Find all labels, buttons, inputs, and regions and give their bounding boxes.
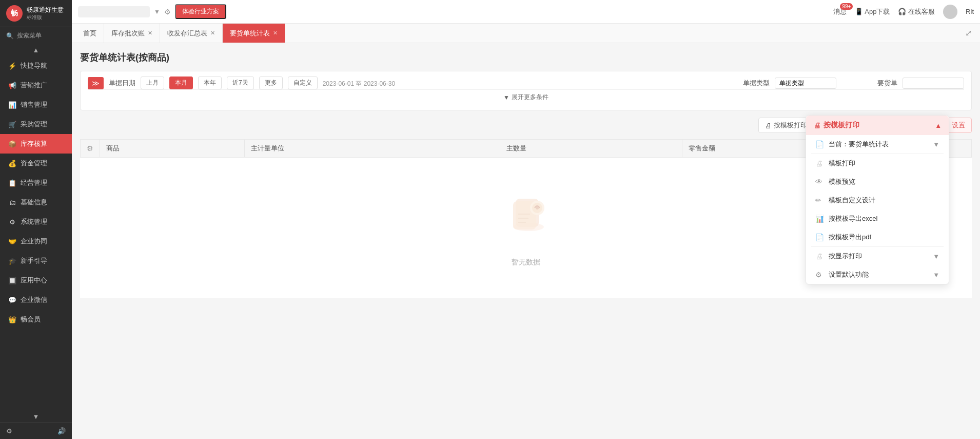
scroll-down-btn[interactable]: ▼ (0, 411, 72, 423)
template-design-icon: ✏ (815, 196, 824, 204)
display-print-expand-icon[interactable]: ▼ (933, 253, 939, 260)
dropdown-item-template-design[interactable]: ✏ 模板自定义设计 (806, 191, 949, 209)
tab-collection-summary[interactable]: 收发存汇总表 ✕ (160, 24, 223, 43)
sidebar-item-label: 快捷导航 (21, 61, 47, 70)
sidebar-item-weixin[interactable]: 💬 企业微信 (0, 290, 72, 310)
user-avatar[interactable] (943, 5, 957, 19)
dropdown-item-display-print-label: 按显示打印 (829, 252, 862, 261)
dropdown-item-template-preview-label: 模板预览 (829, 177, 855, 186)
demand-type-label: 要货单 (877, 79, 897, 88)
tab-resize-btn[interactable]: ⤢ (961, 26, 976, 40)
sidebar-item-system[interactable]: ⚙ 系统管理 (0, 212, 72, 232)
date-btn-more[interactable]: 更多 (259, 77, 283, 89)
sidebar-item-operations[interactable]: 📋 经营管理 (0, 173, 72, 193)
table-header-product: 商品 (100, 140, 245, 158)
print-icon: 🖨 (765, 122, 772, 129)
finance-icon: 💰 (8, 160, 16, 167)
date-btn-current-month[interactable]: 本月 (169, 77, 193, 89)
app-download-btn[interactable]: 📱 App下载 (855, 7, 890, 16)
topbar-gear-icon[interactable]: ⚙ (164, 8, 171, 16)
scroll-up-btn[interactable]: ▲ (0, 44, 72, 56)
sidebar-item-label: 库存核算 (21, 139, 47, 148)
dropdown-close-arrow[interactable]: ▲ (935, 122, 942, 129)
table-settings-header: ⚙ (81, 140, 100, 158)
sidebar-logo: 畅 畅康通好生意 标准版 (0, 0, 72, 27)
sidebar-item-member[interactable]: 👑 畅会员 (0, 310, 72, 329)
tab-demand-stats-label: 要货单统计表 (230, 29, 270, 38)
date-btn-last-7[interactable]: 近7天 (227, 77, 254, 89)
date-range-display: 2023-06-01 至 2023-06-30 (323, 80, 395, 88)
dropdown-item-display-print[interactable]: 🖨 按显示打印 ▼ (806, 247, 949, 265)
filter-expand-row[interactable]: ▼ 展开更多条件 (88, 89, 964, 105)
sidebar-item-label: 畅会员 (21, 315, 41, 324)
system-icon: ⚙ (8, 218, 16, 226)
sidebar-item-newbie[interactable]: 🎓 新手引导 (0, 251, 72, 271)
svg-point-5 (536, 206, 539, 209)
dropdown-item-template-preview[interactable]: 👁 模板预览 (806, 173, 949, 191)
template-preview-icon: 👁 (815, 178, 824, 186)
dropdown-item-export-excel[interactable]: 📊 按模板导出excel (806, 209, 949, 228)
logo-icon: 畅 (6, 5, 23, 22)
tab-collection-summary-label: 收发存汇总表 (167, 29, 207, 38)
current-expand-icon[interactable]: ▼ (933, 141, 939, 148)
online-service-btn[interactable]: 🎧 在线客服 (898, 7, 935, 16)
print-label: 按模板打印 (774, 121, 807, 130)
export-pdf-icon: 📄 (815, 233, 824, 241)
sidebar-item-inventory[interactable]: 📦 库存核算 (0, 134, 72, 154)
tab-collection-summary-close[interactable]: ✕ (210, 30, 215, 36)
apps-icon: 🔲 (8, 277, 16, 284)
tab-home[interactable]: 首页 (76, 24, 104, 43)
dropdown-item-set-default[interactable]: ⚙ 设置默认功能 ▼ (806, 265, 949, 284)
username-label: Rit (966, 8, 974, 15)
dropdown-item-current[interactable]: 📄 当前：要货单统计表 ▼ (806, 135, 949, 154)
topbar: ▼ ⚙ 体验行业方案 消息 99+ 📱 App下载 🎧 在线客服 Rit (72, 0, 980, 24)
sidebar-footer: ⚙ 🔊 (0, 423, 72, 439)
set-default-expand-icon[interactable]: ▼ (933, 271, 939, 279)
topbar-search-input[interactable] (78, 6, 150, 17)
date-btn-custom[interactable]: 自定义 (288, 77, 318, 89)
weixin-icon: 💬 (8, 296, 16, 304)
sidebar-item-sales[interactable]: 📊 销售管理 (0, 95, 72, 114)
sidebar-item-quick-nav[interactable]: ⚡ 快捷导航 (0, 56, 72, 75)
speaker-footer-icon[interactable]: 🔊 (57, 427, 66, 435)
tab-demand-stats-close[interactable]: ✕ (273, 30, 278, 36)
sidebar-search[interactable]: 🔍 搜索菜单 (0, 27, 72, 44)
sidebar: 畅 畅康通好生意 标准版 🔍 搜索菜单 ▲ ⚡ 快捷导航 📢 营销推广 📊 销售… (0, 0, 72, 439)
sidebar-item-collab[interactable]: 🤝 企业协同 (0, 232, 72, 251)
settings-footer-icon[interactable]: ⚙ (6, 427, 12, 435)
sidebar-item-purchase[interactable]: 🛒 采购管理 (0, 114, 72, 134)
inventory-icon: 📦 (8, 140, 16, 148)
demand-type-select[interactable] (903, 78, 964, 89)
date-btn-last-month[interactable]: 上月 (141, 77, 164, 89)
sidebar-item-finance[interactable]: 💰 资金管理 (0, 154, 72, 173)
basic-icon: 🗂 (8, 199, 16, 206)
export-excel-icon: 📊 (815, 215, 824, 223)
sidebar-item-label: 企业协同 (21, 237, 47, 246)
tab-inventory-batch[interactable]: 库存批次账 ✕ (104, 24, 160, 43)
sidebar-item-apps[interactable]: 🔲 应用中心 (0, 271, 72, 290)
sidebar-item-label: 采购管理 (21, 120, 47, 129)
date-btn-current-year[interactable]: 本年 (198, 77, 222, 89)
promo-button[interactable]: 体验行业方案 (175, 4, 226, 19)
topbar-chevron-icon[interactable]: ▼ (154, 8, 160, 15)
dropdown-item-template-design-label: 模板自定义设计 (829, 196, 875, 205)
dropdown-item-current-label: 当前：要货单统计表 (829, 140, 889, 149)
dropdown-item-export-pdf[interactable]: 📄 按模板导出pdf (806, 228, 949, 246)
dropdown-item-template-print[interactable]: 🖨 模板打印 (806, 154, 949, 173)
sidebar-item-basic[interactable]: 🗂 基础信息 (0, 193, 72, 212)
search-icon: 🔍 (6, 32, 14, 40)
filter-expand-toggle[interactable]: ≫ (88, 77, 104, 89)
dropdown-header: 🖨 按模板打印 ▲ (806, 116, 949, 135)
sidebar-item-marketing[interactable]: 📢 营销推广 (0, 75, 72, 95)
type-filter-select[interactable]: 单据类型 (775, 78, 836, 89)
table-settings-icon[interactable]: ⚙ (87, 144, 93, 152)
current-icon: 📄 (815, 140, 824, 148)
table-header-quantity: 主数量 (500, 140, 682, 158)
print-dropdown-menu: 🖨 按模板打印 ▲ 📄 当前：要货单统计表 ▼ 🖨 模板打印 👁 模板预览 ✏ (806, 115, 949, 284)
message-btn[interactable]: 消息 99+ (833, 7, 847, 16)
empty-text: 暂无数据 (512, 258, 540, 267)
operations-icon: 📋 (8, 179, 16, 187)
member-icon: 👑 (8, 316, 16, 323)
tab-demand-stats[interactable]: 要货单统计表 ✕ (223, 24, 285, 43)
tab-inventory-batch-close[interactable]: ✕ (148, 30, 152, 36)
